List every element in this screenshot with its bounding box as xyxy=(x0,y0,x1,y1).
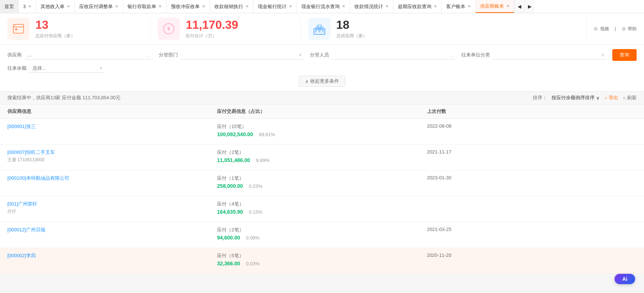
supplier-link-1[interactable]: [000001]张三 xyxy=(7,124,36,129)
category-arrow-icon: ∨ xyxy=(599,52,606,57)
refresh-label: 刷新 xyxy=(627,94,637,101)
refresh-icon: ○ xyxy=(623,95,626,101)
export-label: 导出 xyxy=(609,94,618,101)
last-payment-date-5: 2021-03-25 xyxy=(427,227,452,232)
nav-tab-customer-account[interactable]: 客户账本 ✕ xyxy=(442,0,476,13)
video-label: 视频 xyxy=(600,26,609,31)
transaction-info-1: 应付（15笔） 100,092,540.00 89.61% xyxy=(217,123,427,137)
person-input[interactable] xyxy=(332,51,447,59)
total-suppliers-label: 总供应商（家） xyxy=(336,33,367,39)
close-icon[interactable]: ✕ xyxy=(289,4,292,9)
nav-tab-home[interactable]: 首页 xyxy=(0,0,19,13)
nav-tab-receipt-check[interactable]: 收款核销执行 ✕ xyxy=(210,0,253,13)
supplier-select-box: ... xyxy=(25,51,153,59)
close-icon[interactable]: ✕ xyxy=(245,4,249,9)
close-icon[interactable]: ✕ xyxy=(202,4,205,9)
table-row: [000007]恒旺二手叉车 王通 17106110000 应付（2笔） 11,… xyxy=(0,145,644,170)
table-row: [001]广州荣轩 仔仔 应付（4笔） 164,635.90 0.15% xyxy=(0,196,644,222)
nav-prev-arrow[interactable]: ◀ xyxy=(514,0,525,13)
category-select-box: ∨ xyxy=(493,51,607,59)
stats-bar: ¥ 13 总应付供应商（家） ¥ 11,170.39 应付合计（万） xyxy=(0,13,644,45)
divider: | xyxy=(615,26,616,31)
nav-next-arrow[interactable]: ▶ xyxy=(525,0,535,13)
nav-tab-cash-bank-stat[interactable]: 现金银行统计 ✕ xyxy=(253,0,297,13)
result-actions: 排序： 按应付余额倒序排序 ∨ ○ 导出 ○ 刷新 xyxy=(533,94,637,101)
nav-tab-ar-adjust-label: 应收应付调整单 xyxy=(79,3,113,10)
nav-tab-bank-deposit[interactable]: 银行存取款单 ✕ xyxy=(123,0,167,13)
payable-total-icon: ¥ xyxy=(158,18,180,40)
help-label: 帮助 xyxy=(628,26,637,31)
export-button[interactable]: ○ 导出 xyxy=(604,94,618,101)
refresh-button[interactable]: ○ 刷新 xyxy=(623,94,637,101)
nav-tab-3[interactable]: 3 ✕ xyxy=(19,0,36,13)
tx-row-5: 94,600.00 0.08% xyxy=(217,234,427,241)
close-icon[interactable]: ✕ xyxy=(506,4,510,8)
col1-header: 供应商信息 xyxy=(7,108,217,115)
sort-label: 排序： xyxy=(533,94,547,101)
stat-payable-suppliers-content: 13 总应付供应商（家） xyxy=(35,18,75,39)
balance-input[interactable] xyxy=(29,64,97,72)
video-icon: ⊙ xyxy=(594,26,598,31)
tx-amount-6: 32,366.00 xyxy=(217,261,240,266)
help-link[interactable]: ⊙ 帮助 xyxy=(622,26,637,32)
supplier-info-1: [000001]张三 xyxy=(7,123,217,130)
transaction-info-2: 应付（2笔） 11,051,486.00 9.89% xyxy=(217,149,427,163)
svg-text:¥: ¥ xyxy=(167,26,170,32)
nav-tab-bank-deposit-label: 银行存取款单 xyxy=(127,3,156,10)
col2-header: 应付交易信息（占比） xyxy=(217,108,427,115)
supplier-input[interactable] xyxy=(25,51,145,59)
collapse-button[interactable]: ∧ 收起更多条件 xyxy=(299,76,345,87)
supplier-sub-2: 王通 17106110000 xyxy=(7,157,217,163)
supplier-link-6[interactable]: [000002]李四 xyxy=(7,253,36,258)
nav-tab-receipt-stat[interactable]: 收款情况统计 ✕ xyxy=(350,0,393,13)
close-icon[interactable]: ✕ xyxy=(468,4,471,9)
transaction-info-3: 应付（1笔） 258,000.00 0.23% xyxy=(217,175,427,189)
table-row: [000100]本特勤油品有限公司 应付（1笔） 258,000.00 0.23… xyxy=(0,170,644,196)
sort-value: 按应付余额倒序排序 xyxy=(552,94,595,101)
data-table: 供应商信息 应付交易信息（占比） 上次付数 [000001]张三 应付（15笔）… xyxy=(0,104,644,274)
video-link[interactable]: ⊙ 视频 xyxy=(594,26,609,32)
tx-row-4: 164,635.90 0.15% xyxy=(217,208,427,215)
balance-label: 往来余额 xyxy=(7,65,27,72)
query-button[interactable]: 查询 xyxy=(612,49,637,61)
balance-select-box: ∨ xyxy=(29,64,105,73)
close-icon[interactable]: ✕ xyxy=(67,4,70,9)
dept-input[interactable] xyxy=(181,51,297,59)
close-icon[interactable]: ✕ xyxy=(115,4,118,9)
supplier-link-2[interactable]: [000007]恒旺二手叉车 xyxy=(7,149,55,155)
tx-label-4: 应付（4笔） xyxy=(217,201,427,207)
nav-tab-overdue[interactable]: 超期应收款查询 ✕ xyxy=(393,0,442,13)
filter-dept: 分管部门 ∨ xyxy=(159,51,304,59)
nav-tab-cash-bank-flow[interactable]: 现金银行流水查询 ✕ xyxy=(297,0,350,13)
close-icon[interactable]: ✕ xyxy=(434,4,437,9)
filter-person: 分管人员 ... xyxy=(310,51,455,59)
tx-percent-2: 9.89% xyxy=(256,158,270,163)
supplier-link-4[interactable]: [001]广州荣轩 xyxy=(7,201,37,207)
nav-tab-3-label: 3 xyxy=(23,4,26,9)
category-label: 往来单位分类 xyxy=(461,52,490,58)
sort-select[interactable]: 按应付余额倒序排序 ∨ xyxy=(552,94,600,101)
close-icon[interactable]: ✕ xyxy=(385,4,389,9)
tx-row-6: 32,366.00 0.03% xyxy=(217,260,427,266)
supplier-link-5[interactable]: [000012]广州贝瑞 xyxy=(7,227,45,232)
stat-payable-suppliers: ¥ 13 总应付供应商（家） xyxy=(7,18,150,40)
supplier-link-3[interactable]: [000100]本特勤油品有限公司 xyxy=(7,175,69,181)
nav-tab-prepay[interactable]: 预收冲应收单 ✕ xyxy=(167,0,210,13)
nav-tab-other-income[interactable]: 其他收入单 ✕ xyxy=(36,0,75,13)
nav-tab-ar-adjust[interactable]: 应收应付调整单 ✕ xyxy=(75,0,123,13)
nav-tab-supplier-account[interactable]: 供应商账本 ✕ xyxy=(476,0,514,13)
payable-suppliers-icon: ¥ xyxy=(7,18,29,40)
last-payment-date-2: 2021-11-17 xyxy=(427,149,452,155)
tx-label-3: 应付（1笔） xyxy=(217,175,427,182)
tx-amount-3: 258,000.00 xyxy=(217,183,243,189)
last-payment-date-1: 2022-08-08 xyxy=(427,123,452,129)
close-icon[interactable]: ✕ xyxy=(28,4,31,9)
close-icon[interactable]: ✕ xyxy=(342,4,345,9)
supplier-sub-4: 仔仔 xyxy=(7,208,217,215)
category-input[interactable] xyxy=(493,51,599,59)
supplier-info-2: [000007]恒旺二手叉车 王通 17106110000 xyxy=(7,149,217,163)
close-icon[interactable]: ✕ xyxy=(158,4,162,9)
help-icon: ⊙ xyxy=(622,26,626,31)
payable-total-number: 11,170.39 xyxy=(186,18,238,31)
supplier-info-4: [001]广州荣轩 仔仔 xyxy=(7,201,217,215)
